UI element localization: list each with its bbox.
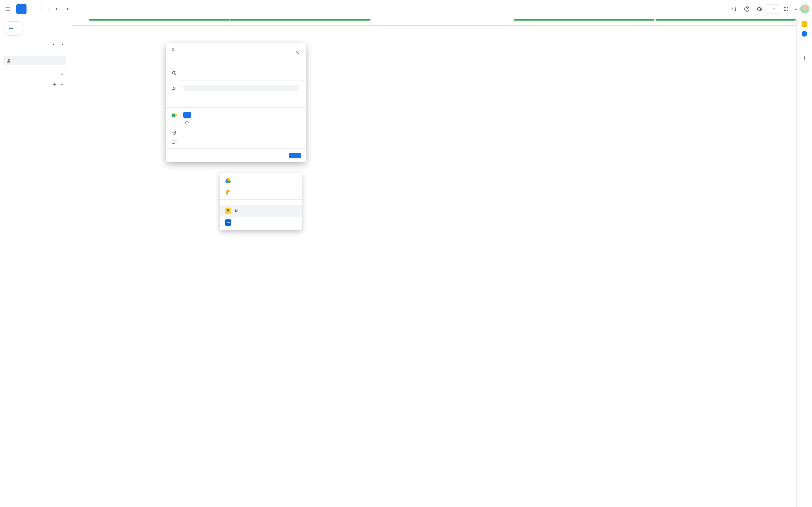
side-panel [796, 18, 812, 507]
app-header: ▸ [0, 0, 812, 18]
people-icon [6, 58, 11, 63]
miro-icon: M [225, 208, 231, 214]
help-icon[interactable] [741, 3, 753, 15]
svg-rect-17 [172, 140, 177, 141]
tasks-addon-icon[interactable] [802, 31, 807, 37]
info-icon[interactable] [185, 121, 189, 125]
get-addons-icon[interactable] [799, 53, 809, 63]
menu-item-jamboard[interactable] [220, 186, 302, 198]
mini-next-button[interactable] [59, 41, 66, 48]
main-menu-icon[interactable] [2, 3, 13, 15]
event-type-tabs [166, 61, 306, 68]
menu-item-drive[interactable] [220, 175, 302, 186]
svg-point-6 [785, 8, 786, 9]
menu-item-box[interactable]: box [220, 217, 302, 228]
add-guests-input[interactable] [183, 86, 299, 91]
keep-addon-icon[interactable] [802, 21, 807, 27]
allday-event[interactable] [656, 19, 796, 20]
location-icon [171, 129, 177, 135]
chevron-up-icon[interactable] [59, 82, 64, 87]
people-icon [171, 86, 177, 92]
svg-point-1 [747, 10, 747, 10]
next-week-button[interactable] [62, 3, 73, 15]
prev-week-button[interactable] [51, 3, 62, 15]
add-calendar-icon[interactable] [52, 82, 57, 87]
sidebar [0, 18, 72, 507]
plus-icon [7, 24, 15, 33]
meet-with-label [3, 50, 66, 55]
search-icon[interactable] [729, 3, 740, 15]
close-icon[interactable] [292, 47, 303, 58]
drag-handle-icon[interactable]: ≡ [171, 47, 174, 58]
svg-point-8 [784, 10, 784, 11]
svg-point-9 [785, 10, 786, 11]
svg-rect-14 [172, 114, 175, 117]
mini-prev-button[interactable] [50, 41, 57, 48]
cursor-icon [235, 209, 239, 213]
event-editor-popover: ≡ [166, 43, 306, 162]
jamboard-icon [225, 189, 231, 195]
svg-point-7 [787, 8, 788, 9]
svg-point-10 [787, 10, 788, 11]
week-nav [51, 3, 73, 15]
menu-item-miro[interactable]: M [220, 205, 302, 217]
save-button[interactable] [289, 153, 301, 158]
search-people-input[interactable] [3, 56, 66, 65]
svg-point-4 [787, 7, 788, 8]
svg-point-3 [785, 7, 786, 8]
meet-icon [171, 112, 177, 118]
description-icon [171, 140, 177, 145]
calendar-logo-icon [16, 4, 27, 14]
svg-rect-20 [228, 190, 230, 192]
create-button[interactable] [3, 21, 24, 36]
svg-point-2 [784, 7, 784, 8]
addons-section-label [220, 201, 302, 205]
svg-point-13 [174, 87, 175, 89]
svg-rect-18 [172, 142, 177, 143]
svg-point-12 [173, 87, 174, 89]
drive-icon [225, 177, 231, 184]
svg-rect-19 [172, 143, 175, 144]
chevron-up-icon[interactable] [59, 71, 64, 76]
svg-point-16 [174, 132, 175, 133]
today-button[interactable] [41, 7, 49, 11]
allday-event[interactable] [514, 19, 654, 20]
settings-gear-icon[interactable] [754, 3, 765, 15]
attachment-menu: M box [220, 173, 302, 230]
view-selector[interactable] [766, 4, 779, 14]
user-avatar[interactable] [800, 4, 810, 14]
org-brand: ▸ [794, 7, 797, 11]
join-meet-button[interactable] [183, 112, 191, 118]
box-icon: box [225, 219, 231, 226]
clock-icon [171, 70, 177, 76]
google-apps-icon[interactable] [780, 3, 792, 15]
svg-point-5 [784, 8, 784, 9]
